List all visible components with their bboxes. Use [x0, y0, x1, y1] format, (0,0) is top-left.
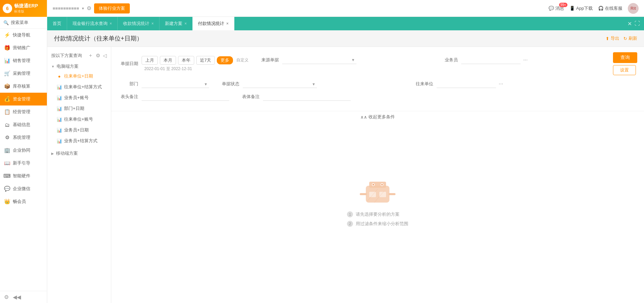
tab-receipt-stats[interactable]: 收款情况统计 ×: [118, 17, 159, 30]
logo-text: 畅捷通ERP: [14, 3, 38, 9]
main-content: ■■■■■■■■■■ ▾ ⚙ 体验行业方案 💬 消息 99+ 📱 App下载 🎧…: [47, 0, 644, 303]
tab-bank-flow-close[interactable]: ×: [110, 21, 112, 26]
refresh-icon: ↻: [623, 36, 627, 41]
member-icon: 👑: [4, 199, 10, 205]
sidebar-item-system[interactable]: ⚙ 系统管理: [0, 131, 47, 144]
voucher-status-select-wrap: [243, 80, 317, 88]
scheme-item-staff-settle[interactable]: 📊 业务员+结算方式: [47, 135, 111, 146]
scheme-item-staff-account[interactable]: 📊 业务员+账号: [47, 92, 111, 103]
staff-dots[interactable]: ···: [523, 57, 528, 63]
scheme-item-partner-account[interactable]: 📊 往来单位+账号: [47, 114, 111, 125]
sidebar-item-marketing[interactable]: 🎁 营销推广: [0, 41, 47, 54]
partner-input[interactable]: [437, 80, 496, 88]
scheme-item-dept-date[interactable]: 📊 部门+日期: [47, 103, 111, 114]
sidebar-item-wechat[interactable]: 💬 企业微信: [0, 182, 47, 195]
tab-receipt-stats-close[interactable]: ×: [151, 21, 154, 26]
tab-payment-stats-label: 付款情况统计: [198, 21, 224, 27]
date-btn-this-month[interactable]: 本月: [160, 56, 176, 65]
tab-bank-flow[interactable]: 现金银行流水查询 ×: [67, 17, 118, 30]
sidebar-item-basic-info[interactable]: 🗂 基础信息: [0, 118, 47, 131]
partner-filter-label: 往来单位: [413, 81, 437, 87]
scheme-collapse-icon[interactable]: ◁: [103, 53, 107, 59]
date-range-value: 2022-01-01 至 2022-12-31: [144, 66, 248, 72]
footer-settings-icon[interactable]: ⚙: [4, 294, 9, 300]
staff-input[interactable]: [461, 56, 521, 64]
export-button[interactable]: ⬆ 导出: [606, 35, 619, 41]
topbar-gear-icon[interactable]: ⚙: [87, 5, 91, 11]
app-download-action[interactable]: 📱 App下载: [569, 5, 593, 11]
message-badge: 99+: [559, 3, 567, 7]
app-icon: 📱: [569, 6, 575, 11]
fullscreen-icon[interactable]: ⛶: [635, 21, 640, 27]
date-btn-group: 上月 本月 本年 近7天 更多 自定义: [142, 56, 248, 65]
scheme-item-partner-settle[interactable]: 📊 往来单位+结算方式: [47, 82, 111, 92]
filter-row-3: 表头备注 表体备注: [118, 93, 637, 101]
desktop-group-arrow: ▼: [51, 65, 55, 68]
sidebar-item-purchase-label: 采购管理: [13, 70, 30, 77]
date-btn-this-year[interactable]: 本年: [178, 56, 194, 65]
date-btn-more[interactable]: 更多: [217, 56, 233, 64]
scheme-add-icon[interactable]: ＋: [88, 52, 93, 59]
sidebar-item-coop-label: 企业协同: [13, 147, 30, 153]
sidebar-item-guide[interactable]: 📖 新手引导: [0, 157, 47, 170]
tab-home[interactable]: 首页: [47, 17, 67, 30]
sidebar-item-purchase[interactable]: 🛒 采购管理: [0, 67, 47, 80]
operation-icon: 📋: [4, 109, 10, 115]
sidebar-item-coop[interactable]: 🏢 企业协同: [0, 144, 47, 157]
scheme-item-partner-date[interactable]: ● 往来单位+日期: [47, 71, 111, 82]
sidebar-item-operation[interactable]: 📋 经营管理: [0, 105, 47, 118]
tab-new-scheme-close[interactable]: ×: [184, 21, 187, 26]
sidebar-item-member[interactable]: 👑 畅会员: [0, 195, 47, 208]
page-title: 付款情况统计（往来单位+日期）: [54, 34, 143, 42]
partner-dots[interactable]: ···: [499, 81, 503, 87]
date-custom-label: 自定义: [236, 57, 248, 63]
scheme-item-partner-settle-label: 往来单位+结算方式: [64, 84, 102, 90]
scheme-desktop-group-header[interactable]: ▼ 电脑端方案: [47, 62, 111, 71]
table-body-note-input[interactable]: [263, 93, 351, 101]
tab-payment-stats-close[interactable]: ×: [226, 21, 229, 26]
sidebar-item-hardware[interactable]: ⌨ 智能硬件: [0, 170, 47, 182]
date-btn-7days[interactable]: 近7天: [196, 56, 215, 65]
voucher-status-select[interactable]: [243, 80, 317, 88]
trial-button[interactable]: 体验行业方案: [94, 3, 130, 13]
scheme-item-partner-settle-icon: 📊: [57, 84, 62, 90]
collapse-more-button[interactable]: ∧∧ 收起更多条件: [111, 111, 644, 123]
search-menu[interactable]: 🔍 搜索菜单: [0, 17, 47, 29]
footer-collapse-icon[interactable]: ◀◀: [13, 294, 21, 300]
table-header-note-input[interactable]: [142, 93, 229, 101]
scheme-mobile-group-header[interactable]: ▶ 移动端方案: [47, 149, 111, 158]
user-avatar[interactable]: Rit: [628, 3, 639, 14]
refresh-label: 刷新: [628, 35, 637, 41]
sidebar-item-quick-nav[interactable]: ⚡ 快捷导航: [0, 29, 47, 41]
empty-tip-1: 1 请先选择要分析的方案: [347, 211, 408, 217]
filter-right-actions: 查询 设置: [606, 52, 637, 75]
topbar-breadcrumb: ■■■■■■■■■■: [53, 6, 79, 11]
tip-num-1: 1: [347, 211, 353, 217]
tab-new-scheme[interactable]: 新建方案 ×: [159, 17, 193, 30]
settings-button[interactable]: 设置: [613, 65, 636, 75]
query-button[interactable]: 查询: [613, 52, 637, 63]
empty-tips: 1 请先选择要分析的方案 2 用过滤条件来缩小分析范围: [347, 211, 408, 227]
source-select[interactable]: [282, 56, 356, 64]
scheme-settings-icon[interactable]: ⚙: [96, 53, 100, 59]
table-header-note-label: 表头备注: [118, 94, 142, 100]
dept-select[interactable]: [142, 80, 209, 88]
tab-payment-stats[interactable]: 付款情况统计 ×: [193, 17, 234, 30]
scheme-item-staff-date[interactable]: 📊 业务员+日期: [47, 125, 111, 135]
wechat-icon: 💬: [4, 186, 10, 192]
refresh-button[interactable]: ↻ 刷新: [623, 35, 637, 41]
date-btn-last-month[interactable]: 上月: [142, 56, 158, 65]
sidebar-item-finance[interactable]: 💰 资金管理: [0, 93, 47, 105]
sidebar-item-inventory[interactable]: 📦 库存核算: [0, 80, 47, 93]
topbar-dropdown-arrow[interactable]: ▾: [82, 6, 84, 11]
sidebar-item-sales[interactable]: 📊 销售管理: [0, 54, 47, 67]
sidebar-item-wechat-label: 企业微信: [13, 186, 30, 192]
sidebar-nav: ⚡ 快捷导航 🎁 营销推广 📊 销售管理 🛒 采购管理 📦 库存核算 💰 资金管…: [0, 29, 47, 291]
customer-service-action[interactable]: 🎧 在线客服: [598, 5, 622, 11]
message-action[interactable]: 💬 消息 99+: [549, 5, 564, 11]
close-all-icon[interactable]: ✕: [627, 21, 632, 27]
topbar-left: ■■■■■■■■■■ ▾ ⚙ 体验行业方案: [53, 3, 130, 13]
sidebar-item-finance-label: 资金管理: [13, 96, 30, 102]
page-header: 付款情况统计（往来单位+日期） ⬆ 导出 ↻ 刷新: [47, 30, 644, 47]
app-download-label: App下载: [576, 5, 593, 11]
